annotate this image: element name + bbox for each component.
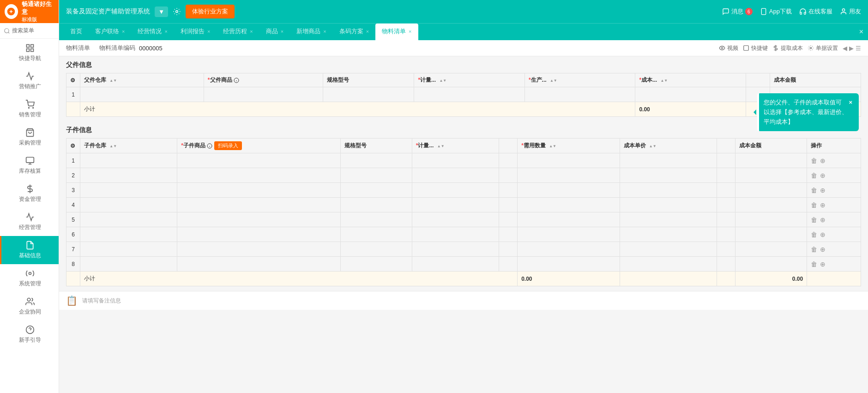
child-product-8[interactable] <box>177 257 341 272</box>
child-spec-4[interactable] <box>340 198 412 212</box>
tab-new-goods[interactable]: 新增商品 × <box>290 24 332 40</box>
search-menu[interactable]: 搜索菜单 <box>0 23 59 39</box>
settings-btn[interactable]: 单据设置 <box>808 44 838 52</box>
child-warehouse-7[interactable] <box>80 242 177 257</box>
user-item[interactable]: 用友 <box>840 7 861 16</box>
breadcrumb-bom[interactable]: 物料清单 <box>66 44 90 52</box>
parent-cost-1[interactable] <box>635 87 746 102</box>
delete-icon-8[interactable]: 🗑 <box>811 260 817 268</box>
child-warehouse-3[interactable] <box>80 183 177 198</box>
tab-close-bom[interactable]: × <box>409 29 411 34</box>
tab-close-barcode[interactable]: × <box>366 29 369 34</box>
copy-icon-7[interactable]: ⊕ <box>820 246 826 253</box>
delete-icon-3[interactable]: 🗑 <box>811 187 817 194</box>
child-qty-4[interactable] <box>518 198 620 212</box>
settings-icon[interactable] <box>173 7 181 16</box>
child-warehouse-4[interactable] <box>80 198 177 212</box>
shortcut-btn[interactable]: 快捷键 <box>743 44 768 52</box>
child-product-6[interactable] <box>177 227 341 242</box>
child-warehouse-1[interactable] <box>80 153 177 168</box>
sidebar-item-base[interactable]: 基础信息 <box>0 236 59 264</box>
delete-icon-6[interactable]: 🗑 <box>811 231 817 238</box>
parent-warehouse-1[interactable] <box>80 87 204 102</box>
child-unit-cost-4[interactable] <box>620 198 717 212</box>
tab-operation[interactable]: 经营情况 × <box>131 24 174 40</box>
child-unit-7[interactable] <box>412 242 499 257</box>
child-sort-unit[interactable]: ▲▼ <box>437 144 445 148</box>
child-qty-5[interactable] <box>518 212 620 227</box>
child-unit-cost-1[interactable] <box>620 153 717 168</box>
cost-btn[interactable]: 提取成本 <box>772 44 803 52</box>
child-product-2[interactable] <box>177 168 341 183</box>
sidebar-item-collab[interactable]: 企业协同 <box>0 292 59 320</box>
tab-goods[interactable]: 商品 × <box>259 24 290 40</box>
sidebar-item-marketing[interactable]: 营销推广 <box>0 67 59 95</box>
child-warehouse-6[interactable] <box>80 227 177 242</box>
child-unit-cost-7[interactable] <box>620 242 717 257</box>
child-spec-3[interactable] <box>340 183 412 198</box>
delete-icon-4[interactable]: 🗑 <box>811 201 817 209</box>
sidebar-item-finance[interactable]: 资金管理 <box>0 180 59 208</box>
child-spec-1[interactable] <box>340 153 412 168</box>
child-sort-unit-cost[interactable]: ▲▼ <box>649 144 657 148</box>
child-unit-4[interactable] <box>412 198 499 212</box>
child-spec-8[interactable] <box>340 257 412 272</box>
child-unit-cost-5[interactable] <box>620 212 717 227</box>
sort-cost[interactable]: ▲▼ <box>660 79 668 83</box>
child-qty-8[interactable] <box>518 257 620 272</box>
child-unit-cost-8[interactable] <box>620 257 717 272</box>
child-product-3[interactable] <box>177 183 341 198</box>
child-warehouse-8[interactable] <box>80 257 177 272</box>
child-product-1[interactable] <box>177 153 341 168</box>
delete-icon-7[interactable]: 🗑 <box>811 246 817 253</box>
copy-icon-8[interactable]: ⊕ <box>820 260 826 268</box>
menu-icon[interactable]: ☰ <box>856 45 861 52</box>
sort-unit[interactable]: ▲▼ <box>439 79 446 83</box>
sidebar-item-guide[interactable]: 新手引导 <box>0 320 59 349</box>
app-download-item[interactable]: App下载 <box>760 7 792 16</box>
delete-icon-5[interactable]: 🗑 <box>811 216 817 224</box>
child-unit-cost-3[interactable] <box>620 183 717 198</box>
child-product-5[interactable] <box>177 212 341 227</box>
copy-icon-5[interactable]: ⊕ <box>820 216 826 224</box>
child-unit-2[interactable] <box>412 168 499 183</box>
child-product-4[interactable] <box>177 198 341 212</box>
child-qty-6[interactable] <box>518 227 620 242</box>
scan-btn[interactable]: 扫码录入 <box>214 141 242 150</box>
msg-item[interactable]: 消息 6 <box>722 7 753 16</box>
prev-arrow[interactable]: ◀ <box>843 45 847 52</box>
view-btn[interactable]: 视频 <box>719 44 738 52</box>
child-spec-2[interactable] <box>340 168 412 183</box>
tab-bom[interactable]: 物料清单 × <box>375 24 418 40</box>
parent-th-settings[interactable]: ⚙ <box>66 73 80 87</box>
sidebar-item-nav[interactable]: 快捷导航 <box>0 39 59 67</box>
sidebar-item-inventory[interactable]: 库存核算 <box>0 151 59 180</box>
child-unit-6[interactable] <box>412 227 499 242</box>
note-placeholder[interactable]: 请填写备注信息 <box>82 297 121 305</box>
parent-unit-1[interactable] <box>414 87 525 102</box>
sidebar-item-purchase[interactable]: 采购管理 <box>0 123 59 151</box>
sort-warehouse[interactable]: ▲▼ <box>109 79 117 83</box>
child-spec-6[interactable] <box>340 227 412 242</box>
child-qty-2[interactable] <box>518 168 620 183</box>
parent-product-1[interactable] <box>204 87 323 102</box>
sidebar-item-system[interactable]: 系统管理 <box>0 264 59 292</box>
child-sort-qty[interactable]: ▲▼ <box>549 144 556 148</box>
child-qty-3[interactable] <box>518 183 620 198</box>
copy-icon-6[interactable]: ⊕ <box>820 231 826 238</box>
tooltip-close-btn[interactable]: × <box>849 98 852 108</box>
tab-close-operation[interactable]: × <box>164 29 167 34</box>
sidebar-item-sales[interactable]: 销售管理 <box>0 95 59 123</box>
trial-btn[interactable]: 体验行业方案 <box>186 5 235 18</box>
copy-icon-2[interactable]: ⊕ <box>820 172 826 179</box>
child-unit-cost-2[interactable] <box>620 168 717 183</box>
tab-close-history[interactable]: × <box>250 29 253 34</box>
system-dropdown[interactable]: ▼ <box>155 6 168 17</box>
tab-home[interactable]: 首页 <box>64 24 89 40</box>
parent-produce-1[interactable] <box>524 87 635 102</box>
sort-produce[interactable]: ▲▼ <box>550 79 557 83</box>
child-warehouse-5[interactable] <box>80 212 177 227</box>
child-qty-7[interactable] <box>518 242 620 257</box>
child-warehouse-2[interactable] <box>80 168 177 183</box>
copy-icon-1[interactable]: ⊕ <box>820 157 826 164</box>
